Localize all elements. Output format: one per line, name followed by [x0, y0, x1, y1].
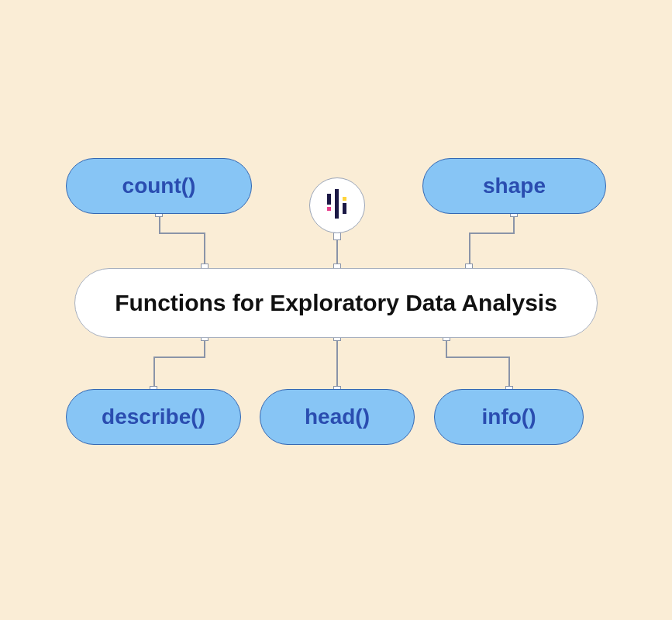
connector-line — [153, 356, 205, 358]
node-label: info() — [482, 405, 536, 429]
node-label: shape — [483, 174, 546, 198]
node-label: count() — [122, 174, 196, 198]
svg-rect-3 — [343, 197, 346, 201]
connector-port — [333, 232, 341, 240]
svg-rect-0 — [327, 194, 331, 205]
node-center: Functions for Exploratory Data Analysis — [74, 268, 598, 338]
node-label: describe() — [102, 405, 205, 429]
connector-line — [469, 232, 515, 234]
svg-rect-4 — [343, 203, 346, 214]
node-icon — [309, 177, 365, 233]
node-label: head() — [305, 405, 370, 429]
node-info: info() — [434, 389, 584, 445]
center-label: Functions for Exploratory Data Analysis — [115, 290, 557, 316]
svg-rect-1 — [327, 207, 331, 211]
pandas-logo-icon — [324, 189, 350, 222]
diagram-canvas: count() shape Functions for Exploratory … — [0, 0, 672, 620]
connector-line — [159, 232, 205, 234]
node-describe: describe() — [66, 389, 241, 445]
node-shape: shape — [422, 158, 606, 214]
connector-line — [336, 335, 338, 391]
node-count: count() — [66, 158, 252, 214]
node-head: head() — [260, 389, 415, 445]
connector-line — [446, 356, 510, 358]
svg-rect-2 — [335, 189, 339, 219]
